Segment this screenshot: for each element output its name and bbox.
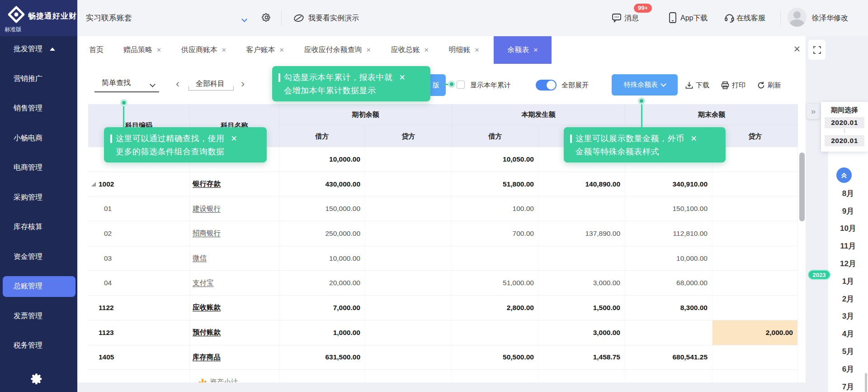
cell-amount: 7,000.00: [279, 296, 365, 320]
period-from[interactable]: 2020.01: [825, 117, 864, 128]
month-item[interactable]: 9月: [828, 202, 868, 220]
sidebar-item[interactable]: 营销推广: [0, 64, 77, 94]
cell-amount: 8,300.00: [625, 296, 712, 320]
cell-amount: [365, 320, 452, 345]
account-name-link[interactable]: 预付账款: [193, 328, 221, 337]
account-name-link[interactable]: 建设银行: [193, 204, 221, 214]
phone-icon[interactable]: [668, 12, 678, 25]
download-button[interactable]: 下载: [685, 81, 709, 90]
tab-close-icon[interactable]: ✕: [279, 47, 284, 53]
account-name-link[interactable]: 支付宝: [193, 278, 214, 288]
guide-anchor-dot: [638, 97, 645, 105]
sidebar-item[interactable]: 小畅电商: [0, 124, 77, 153]
account-code-text: 1002: [99, 180, 114, 188]
gear-icon[interactable]: [261, 12, 272, 24]
cell-amount: [452, 320, 539, 345]
headset-icon[interactable]: [724, 12, 735, 25]
sidebar-item[interactable]: 税务管理: [0, 331, 77, 361]
tab-close-icon[interactable]: ✕: [533, 47, 538, 53]
month-item[interactable]: 1月: [828, 272, 868, 290]
sidebar-item-label: 电商管理: [14, 163, 42, 172]
show-ytd-checkbox[interactable]: [457, 81, 465, 89]
tab-item[interactable]: 供应商账本✕: [181, 36, 226, 64]
sidebar-item[interactable]: 发票管理: [0, 301, 77, 331]
month-item[interactable]: 11月: [828, 237, 868, 255]
chevron-down-icon[interactable]: [242, 15, 246, 23]
close-all-tabs-icon[interactable]: ✕: [791, 43, 803, 55]
expand-caret-icon[interactable]: [91, 182, 96, 186]
collapse-panel-icon[interactable]: »: [807, 104, 820, 119]
search-mode-select[interactable]: 简单查找: [102, 78, 131, 88]
month-item[interactable]: 6月: [828, 360, 868, 378]
prev-subject-icon[interactable]: ‹: [176, 78, 179, 89]
tab-close-icon[interactable]: ✕: [424, 47, 429, 53]
tab-item[interactable]: 应收应付余额查询✕: [304, 36, 371, 64]
account-name-link[interactable]: 应收账款: [193, 303, 221, 312]
month-item[interactable]: 8月: [828, 185, 868, 202]
tab-item[interactable]: 应收总账✕: [391, 36, 429, 64]
month-item[interactable]: 3月: [828, 308, 868, 325]
next-subject-icon[interactable]: ›: [241, 78, 245, 89]
tab-active[interactable]: 余额表✕: [494, 36, 552, 64]
sidebar-item[interactable]: 库存核算: [0, 212, 77, 242]
online-service-label[interactable]: 在线客服: [736, 13, 765, 24]
tab-item[interactable]: 客户账本✕: [246, 36, 284, 64]
tab-item[interactable]: 首页: [89, 36, 104, 64]
account-set-name[interactable]: 实习联系账套: [86, 13, 132, 24]
month-item[interactable]: 5月: [828, 343, 868, 360]
account-code-text: 01: [99, 205, 112, 213]
column-header-debit: 借方: [279, 125, 365, 147]
account-name-link[interactable]: 库存商品: [193, 353, 221, 362]
month-item[interactable]: 10月: [828, 220, 868, 238]
sidebar-item[interactable]: 采购管理: [0, 183, 77, 213]
account-name-link[interactable]: 招商银行: [193, 229, 221, 238]
expand-all-label[interactable]: 全部展开: [561, 81, 589, 90]
month-item[interactable]: 2月: [828, 290, 868, 308]
month-item[interactable]: 12月: [828, 255, 868, 272]
chevron-down-icon: [660, 81, 666, 87]
close-icon[interactable]: ✕: [231, 132, 238, 145]
print-button[interactable]: 打印: [721, 81, 745, 90]
month-item[interactable]: 4月: [828, 325, 868, 343]
messages-label[interactable]: 消息: [624, 13, 639, 24]
month-item[interactable]: 7月: [828, 378, 868, 392]
account-name-link[interactable]: 银行存款: [193, 179, 221, 189]
fullscreen-button[interactable]: [808, 40, 826, 60]
tab-close-icon[interactable]: ✕: [366, 47, 371, 53]
sidebar-item[interactable]: 资金管理: [0, 242, 77, 272]
special-balance-table-button[interactable]: 特殊余额表: [612, 74, 678, 96]
month-list: 8月9月10月11月12月1月2月3月4月5月6月7月: [828, 185, 868, 392]
cell-amount: 51,000.00: [452, 271, 539, 296]
sidebar-item[interactable]: 批发管理: [0, 34, 77, 64]
refresh-button[interactable]: 刷新: [757, 81, 781, 90]
tab-item[interactable]: 赠品策略✕: [123, 36, 161, 64]
sidebar-item[interactable]: 电商管理: [0, 153, 77, 183]
expand-all-toggle[interactable]: [536, 80, 557, 91]
tab-close-icon[interactable]: ✕: [156, 47, 161, 53]
table-scrollbar[interactable]: [799, 153, 805, 221]
chevron-down-icon[interactable]: [151, 80, 155, 88]
sidebar-item[interactable]: 总账管理: [0, 272, 77, 301]
user-name[interactable]: 徐泽华修改: [812, 13, 848, 24]
cell-amount: 680,541.25: [625, 345, 712, 370]
app-download-label[interactable]: App下载: [680, 13, 708, 24]
download-icon: [685, 81, 693, 89]
scroll-months-up-button[interactable]: [836, 167, 852, 183]
tab-close-icon[interactable]: ✕: [222, 47, 226, 53]
demo-link[interactable]: 我要看实例演示: [308, 13, 359, 24]
sidebar-item[interactable]: 销售管理: [0, 94, 77, 124]
cell-amount: 137,890.00: [539, 221, 625, 246]
period-selector-title: 期间选择: [821, 106, 868, 115]
sidebar-gear-icon[interactable]: [30, 372, 43, 387]
tab-item[interactable]: 明细账✕: [449, 36, 480, 64]
avatar[interactable]: [788, 8, 807, 27]
close-icon[interactable]: ✕: [691, 132, 698, 145]
close-icon[interactable]: ✕: [399, 71, 406, 84]
tab-close-icon[interactable]: ✕: [475, 47, 480, 53]
account-name-link[interactable]: 微信: [193, 253, 207, 263]
period-to[interactable]: 2020.01: [825, 135, 864, 146]
message-icon[interactable]: [611, 12, 622, 25]
cell-amount: [365, 345, 452, 370]
show-ytd-label[interactable]: 显示本年累计: [470, 81, 511, 90]
cell-amount: [539, 196, 625, 221]
